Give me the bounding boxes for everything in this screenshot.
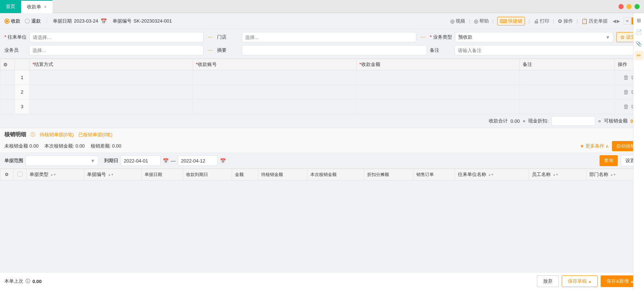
row2-amount[interactable] (356, 85, 520, 99)
calendar-from-icon[interactable]: 📅 (163, 158, 169, 164)
row1-amount[interactable] (356, 70, 520, 85)
row2-settlement[interactable] (30, 85, 193, 99)
verify-stats-row: 未核销金额 0.00 本次核销金额: 0.00 核销差额: 0.00 ▼ 更多条… (4, 141, 640, 151)
row2-delete-icon[interactable]: 🗑 (623, 89, 629, 95)
sidebar-table-icon[interactable]: ⊞ (635, 16, 643, 25)
select-all-checkbox[interactable] (17, 172, 23, 177)
video-label: 视频 (456, 18, 465, 24)
row3-delete-icon[interactable]: 🗑 (623, 103, 629, 110)
more-conditions-link[interactable]: ▼ 更多条件 ∧ (580, 143, 609, 149)
radio-receipt-dot (4, 19, 9, 24)
store-input[interactable] (242, 32, 416, 42)
row2-account[interactable] (193, 85, 356, 99)
staff-more-icon[interactable]: ··· (207, 47, 214, 54)
page-main: 收款 退款 单据日期 2023-03-24 📅 单据编号 SK-20230324… (0, 13, 644, 290)
table-settings-icon[interactable]: ⚙ (3, 62, 8, 67)
nav-prev-btn[interactable]: ◀ (613, 19, 616, 24)
verify-actions: ▼ 更多条件 ∧ 自动核销 (580, 141, 640, 151)
bt-col-check[interactable] (13, 169, 27, 180)
row2-settings (0, 85, 15, 99)
summary-input[interactable] (242, 45, 427, 55)
counterpart-input[interactable] (30, 32, 204, 42)
row2-remark[interactable] (520, 85, 615, 99)
table-row: 2 🗑 ⧉ (0, 85, 644, 99)
range-select[interactable]: ▼ (25, 156, 98, 166)
calendar-icon[interactable]: 📅 (101, 18, 107, 24)
filter-icon: ▼ (580, 144, 584, 149)
shortcut-action[interactable]: ⌨ 快捷键 (497, 17, 525, 26)
win-close-btn[interactable] (619, 4, 624, 9)
current-value: 0.00 (32, 279, 42, 284)
row3-amount[interactable] (356, 99, 520, 114)
print-action[interactable]: 🖨 打印 (534, 18, 549, 24)
range-select-arrow: ▼ (90, 158, 95, 164)
info-icon[interactable]: ⓘ (25, 278, 30, 285)
sidebar-doc-icon[interactable]: 📄 (635, 28, 643, 36)
bt-col-pending: 待核销金额 (258, 169, 307, 180)
diff-label: 核销差额: (91, 143, 111, 149)
business-type-label: 业务类型 (430, 34, 452, 40)
tab-receipt[interactable]: 收款单 × (21, 0, 52, 13)
bt-col-settings[interactable]: ⚙ (0, 169, 13, 180)
sidebar-clip-icon[interactable]: 📎 (635, 39, 643, 48)
bt-col-amount: 金额 (232, 169, 258, 180)
video-action[interactable]: ◎ 视频 (450, 18, 465, 24)
print-label: 打印 (540, 18, 549, 24)
bt-col-staff[interactable]: 员工名称 ▲▼ (529, 169, 586, 180)
row3-account[interactable] (193, 99, 356, 114)
col-rownum-header (15, 59, 30, 70)
doc-num-field: 单据编号 SK-20230324-001 (113, 18, 172, 24)
tab-home[interactable]: 首页 (0, 0, 21, 13)
tab-receipt-close[interactable]: × (44, 4, 47, 9)
win-min-btn[interactable] (627, 4, 632, 9)
shortcut-icon: ⌨ (500, 18, 507, 24)
sidebar-edit-icon[interactable]: ✏ (635, 51, 643, 60)
date-to-input[interactable] (178, 156, 218, 166)
nav-next-btn[interactable]: ▶ (617, 19, 620, 24)
col-settlement-header: *结算方式 (30, 59, 193, 70)
toolbar: 收款 退款 单据日期 2023-03-24 📅 单据编号 SK-20230324… (0, 13, 644, 29)
col-amount-header: *收款金额 (356, 59, 520, 70)
bt-col-docnum[interactable]: 单据编号 ▲▼ (84, 169, 141, 180)
win-max-btn[interactable] (635, 4, 640, 9)
row3-settlement[interactable] (30, 99, 193, 114)
query-button[interactable]: 查询 (600, 155, 618, 166)
store-more-icon[interactable]: ··· (419, 34, 427, 40)
remark-input[interactable] (455, 45, 640, 55)
bt-col-doctype[interactable]: 单据类型 ▲▼ (27, 169, 84, 180)
verify-info-icon[interactable]: ⓘ (31, 132, 35, 138)
business-type-value: 预收款 (458, 34, 472, 40)
draft-button[interactable]: 保存草稿 ▲ (562, 275, 598, 287)
discount-input[interactable] (551, 116, 595, 126)
doc-date-label: 单据日期 (53, 18, 72, 24)
business-type-select[interactable]: 预收款 ▼ (455, 32, 613, 42)
unchecked-stat: 未核销金额 0.00 (4, 143, 39, 149)
radio-refund[interactable]: 退款 (25, 18, 41, 24)
toolbar-divider-1 (47, 17, 47, 25)
current-label: 本次核销金额: (44, 143, 74, 149)
receipt-refund-radio: 收款 退款 (4, 18, 41, 24)
counterpart-more-icon[interactable]: ··· (207, 34, 214, 40)
calendar-to-icon[interactable]: 📅 (220, 158, 226, 164)
row3-remark[interactable] (520, 99, 615, 114)
footer-right: 放弃 保存草稿 ▲ 保存&新增 ▲ (537, 275, 640, 287)
row1-settlement[interactable] (30, 70, 193, 85)
radio-receipt[interactable]: 收款 (4, 18, 20, 24)
range-label: 单据范围 (4, 157, 23, 164)
abandon-button[interactable]: 放弃 (537, 275, 559, 287)
row1-remark[interactable] (520, 70, 615, 85)
operate-action[interactable]: ⚙ 操作 (558, 18, 573, 24)
col-settings-header[interactable]: ⚙ (0, 59, 15, 70)
done-tab[interactable]: 已核销单据(0笔) (78, 132, 113, 138)
pending-tab[interactable]: 待核销单据(0笔) (40, 132, 74, 138)
date-from-input[interactable] (121, 156, 161, 166)
bt-col-counterpart[interactable]: 往来单位名称 ▲▼ (455, 169, 529, 180)
range-field: 单据范围 ▼ (4, 156, 98, 166)
business-type-arrow: ▼ (605, 35, 610, 40)
view-list-btn[interactable]: ≡ (624, 17, 631, 25)
row1-account[interactable] (193, 70, 356, 85)
row1-delete-icon[interactable]: 🗑 (623, 74, 629, 81)
staff-input[interactable] (29, 45, 204, 55)
help-action[interactable]: ◎ 帮助 (474, 18, 489, 24)
history-action[interactable]: 📋 历史单据 (581, 18, 608, 24)
